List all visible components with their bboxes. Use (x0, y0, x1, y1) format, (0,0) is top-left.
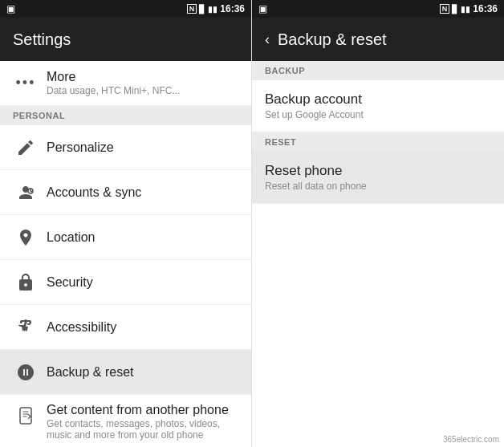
settings-item-personalize[interactable]: Personalize (0, 125, 251, 170)
reset-section-label: RESET (252, 132, 504, 152)
status-bar-right: ▣ N ▊ ▮▮ 16:36 (252, 0, 504, 18)
left-panel: ▣ N ▊ ▮▮ 16:36 Settings ••• More Data us… (0, 0, 252, 447)
transfer-subtitle: Get contacts, messages, photos, videos, … (47, 418, 240, 441)
backup-reset-header: ‹ Backup & reset (252, 18, 504, 61)
right-panel: ▣ N ▊ ▮▮ 16:36 ‹ Backup & reset BACKUP B… (252, 0, 504, 447)
clock-left: 16:36 (220, 3, 245, 14)
settings-item-accessibility[interactable]: Accessibility (0, 305, 251, 350)
backup-reset-title: Backup & reset (278, 30, 387, 49)
settings-title: Settings (13, 30, 71, 49)
nfc-icon-right: N (440, 4, 450, 14)
more-title: More (47, 70, 240, 84)
location-title: Location (47, 230, 240, 245)
backup-title: Backup & reset (47, 365, 240, 380)
backup-account-subtitle: Set up Google Account (265, 109, 491, 120)
location-icon (11, 228, 40, 247)
reset-phone-title: Reset phone (265, 163, 491, 179)
settings-item-transfer[interactable]: Get content from another phone Get conta… (0, 395, 251, 447)
backup-account-item[interactable]: Backup account Set up Google Account (252, 80, 504, 132)
personalize-icon (11, 138, 40, 157)
reset-phone-subtitle: Reset all data on phone (265, 181, 491, 192)
more-icon: ••• (11, 75, 40, 91)
watermark: 365electric.com (443, 435, 499, 444)
screen-icon-right: ▣ (258, 3, 267, 14)
back-button[interactable]: ‹ (265, 31, 270, 48)
battery-icon-right: ▮▮ (461, 5, 470, 14)
backup-account-title: Backup account (265, 91, 491, 108)
signal-icons: ▊ (199, 5, 205, 14)
backup-section-label: BACKUP (252, 61, 504, 80)
status-bar-left: ▣ N ▊ ▮▮ 16:36 (0, 0, 251, 18)
more-item[interactable]: ••• More Data usage, HTC Mini+, NFC... (0, 61, 251, 106)
more-subtitle: Data usage, HTC Mini+, NFC... (47, 85, 240, 96)
backup-icon (11, 363, 40, 382)
settings-item-security[interactable]: Security (0, 260, 251, 305)
reset-phone-item[interactable]: Reset phone Reset all data on phone (252, 152, 504, 204)
settings-header: Settings (0, 18, 251, 61)
personalize-title: Personalize (47, 140, 240, 155)
accounts-icon (11, 183, 40, 202)
clock-right: 16:36 (473, 3, 498, 14)
personal-section-label: PERSONAL (0, 106, 251, 125)
signal-icons-right: ▊ (452, 5, 458, 14)
nfc-icon: N (187, 4, 197, 14)
transfer-title: Get content from another phone (47, 403, 240, 417)
accessibility-title: Accessibility (47, 320, 240, 335)
transfer-icon (11, 403, 40, 425)
security-icon (11, 273, 40, 292)
status-time-right: N ▊ ▮▮ 16:36 (440, 3, 498, 14)
security-title: Security (47, 275, 240, 290)
battery-icon: ▮▮ (208, 5, 217, 14)
screen-icon: ▣ (6, 3, 15, 14)
settings-item-backup[interactable]: Backup & reset (0, 350, 251, 395)
settings-item-accounts[interactable]: Accounts & sync (0, 170, 251, 215)
settings-item-location[interactable]: Location (0, 215, 251, 260)
accessibility-icon (11, 318, 40, 337)
accounts-title: Accounts & sync (47, 185, 240, 200)
settings-list: ••• More Data usage, HTC Mini+, NFC... P… (0, 61, 251, 447)
status-time-left: N ▊ ▮▮ 16:36 (187, 3, 245, 14)
